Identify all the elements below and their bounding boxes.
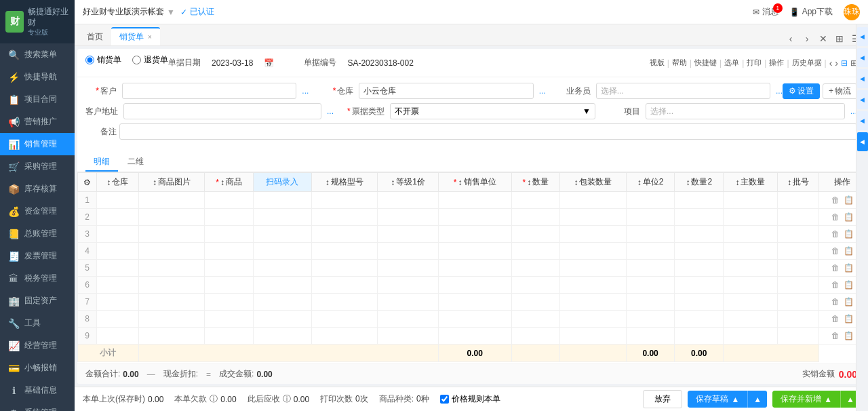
radio-sale-input[interactable]	[85, 56, 94, 64]
cell-packqty-7[interactable]	[560, 294, 627, 311]
nav-next-icon[interactable]: ›	[800, 32, 814, 45]
copy-row-8[interactable]: 📋	[844, 313, 854, 324]
cell-product-4[interactable]	[205, 243, 254, 260]
nav-grid-icon[interactable]: ⊞	[833, 32, 846, 45]
toolbar-help[interactable]: 帮助	[672, 58, 687, 68]
save-new-button[interactable]: 保存并新增 ▲	[772, 391, 840, 408]
cell-unit2-3[interactable]	[626, 226, 675, 243]
user-avatar[interactable]: 珠珠	[844, 4, 860, 20]
delete-row-5[interactable]: 🗑	[830, 262, 841, 273]
toolbar-ops[interactable]: 操作	[769, 58, 784, 68]
price-check-input[interactable]	[440, 395, 449, 404]
delete-row-6[interactable]: 🗑	[830, 279, 841, 290]
radio-sale[interactable]: 销货单	[85, 54, 121, 66]
cell-product-7[interactable]	[205, 294, 254, 311]
setup-button[interactable]: ⚙设置	[783, 83, 820, 99]
save-draft-button[interactable]: 保存草稿 ▲	[688, 391, 747, 408]
tab-active[interactable]: 销货单 ×	[111, 27, 160, 45]
delete-row-8[interactable]: 🗑	[830, 313, 841, 324]
right-panel-btn-4[interactable]: ◀	[857, 90, 868, 109]
cell-packqty-6[interactable]	[560, 277, 627, 294]
th-scan[interactable]: 扫码录入	[253, 173, 311, 192]
right-panel-btn-2[interactable]: ◀	[857, 48, 868, 67]
cell-mainqty-8[interactable]	[724, 311, 778, 328]
cell-img-5[interactable]	[138, 260, 205, 277]
cell-packqty-5[interactable]	[560, 260, 627, 277]
cell-packqty-3[interactable]	[560, 226, 627, 243]
cell-price1-2[interactable]	[378, 209, 439, 226]
copy-row-4[interactable]: 📋	[844, 246, 854, 256]
cell-spec-2[interactable]	[311, 209, 378, 226]
sidebar-item-1[interactable]: ⚡快捷导航	[0, 66, 75, 88]
sidebar-item-0[interactable]: 🔍搜索菜单	[0, 43, 75, 66]
copy-row-3[interactable]: 📋	[844, 229, 854, 239]
cell-unit2-8[interactable]	[626, 311, 675, 328]
cell-scan-4[interactable]	[253, 243, 311, 260]
cell-unit2-6[interactable]	[626, 277, 675, 294]
cell-unit2-2[interactable]	[626, 209, 675, 226]
cell-warehouse-3[interactable]	[97, 226, 139, 243]
cell-qty-7[interactable]	[511, 294, 560, 311]
messages-button[interactable]: ✉ 消息 1	[753, 6, 778, 18]
cell-warehouse-4[interactable]	[97, 243, 139, 260]
cell-spec-8[interactable]	[311, 311, 378, 328]
th-settings[interactable]: ⚙	[78, 173, 97, 192]
cell-qty-6[interactable]	[511, 277, 560, 294]
ticket-select[interactable]: 不开票 ▼	[390, 103, 595, 119]
cell-qty-9[interactable]	[511, 328, 560, 345]
cell-spec-5[interactable]	[311, 260, 378, 277]
cell-mainqty-2[interactable]	[724, 209, 778, 226]
cell-qty2-6[interactable]	[675, 277, 724, 294]
sidebar-item-8[interactable]: 📒总账管理	[0, 222, 75, 245]
cell-scan-9[interactable]	[253, 328, 311, 345]
cell-qty2-8[interactable]	[675, 311, 724, 328]
sidebar-item-3[interactable]: 📢营销推广	[0, 111, 75, 133]
cell-unit-5[interactable]	[438, 260, 511, 277]
stat2-info-icon[interactable]: ⓘ	[210, 393, 218, 405]
cell-spec-1[interactable]	[311, 192, 378, 209]
cell-mainqty-5[interactable]	[724, 260, 778, 277]
cell-batch-2[interactable]	[777, 209, 819, 226]
cell-qty2-3[interactable]	[675, 226, 724, 243]
cell-unit-2[interactable]	[438, 209, 511, 226]
cell-img-8[interactable]	[138, 311, 205, 328]
radio-return[interactable]: 退货单	[132, 54, 168, 66]
cell-batch-8[interactable]	[777, 311, 819, 328]
cell-batch-4[interactable]	[777, 243, 819, 260]
toolbar-print[interactable]: 打印	[747, 58, 762, 68]
cell-mainqty-6[interactable]	[724, 277, 778, 294]
tab-close-icon[interactable]: ×	[148, 33, 152, 41]
cell-qty-5[interactable]	[511, 260, 560, 277]
toolbar-shortcut[interactable]: 快捷键	[694, 58, 717, 68]
cell-price1-7[interactable]	[378, 294, 439, 311]
cell-unit2-1[interactable]	[626, 192, 675, 209]
copy-row-9[interactable]: 📋	[844, 330, 854, 341]
right-panel-btn-1[interactable]: ◀	[857, 27, 868, 46]
nav-close-icon[interactable]: ✕	[816, 32, 830, 45]
cell-warehouse-6[interactable]	[97, 277, 139, 294]
cell-packqty-4[interactable]	[560, 243, 627, 260]
project-input[interactable]: 选择...	[646, 103, 845, 119]
cell-warehouse-9[interactable]	[97, 328, 139, 345]
delete-row-1[interactable]: 🗑	[830, 195, 841, 206]
cell-qty-3[interactable]	[511, 226, 560, 243]
cell-unit-7[interactable]	[438, 294, 511, 311]
tab-detail[interactable]: 明细	[85, 153, 118, 172]
cell-price1-8[interactable]	[378, 311, 439, 328]
cell-img-4[interactable]	[138, 243, 205, 260]
cell-img-9[interactable]	[138, 328, 205, 345]
cell-price1-5[interactable]	[378, 260, 439, 277]
cell-packqty-9[interactable]	[560, 328, 627, 345]
sidebar-item-14[interactable]: 💳小畅报销	[0, 357, 75, 379]
toolbar-history[interactable]: 历史单据	[792, 58, 822, 68]
cell-warehouse-8[interactable]	[97, 311, 139, 328]
remark-input[interactable]	[119, 123, 857, 140]
stat3-info-icon[interactable]: ⓘ	[283, 393, 291, 405]
cell-packqty-2[interactable]	[560, 209, 627, 226]
copy-row-1[interactable]: 📋	[844, 195, 854, 206]
cell-product-1[interactable]	[205, 192, 254, 209]
cell-qty2-2[interactable]	[675, 209, 724, 226]
sidebar-item-9[interactable]: 🧾发票管理	[0, 245, 75, 267]
cell-spec-7[interactable]	[311, 294, 378, 311]
cell-spec-6[interactable]	[311, 277, 378, 294]
